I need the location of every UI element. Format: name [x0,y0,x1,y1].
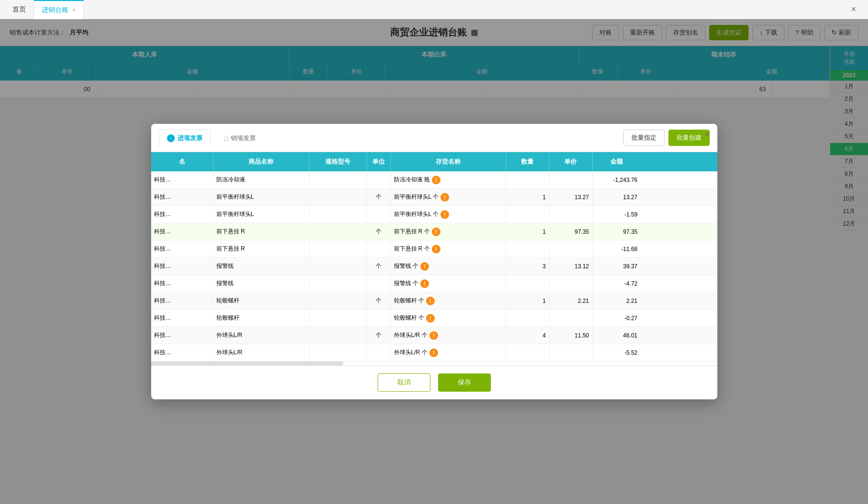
tab-purchase-invoice[interactable]: ↑ 进项发票 [159,130,211,146]
warning-icon: ! [432,245,440,253]
modal-overlay: ↑ 进项发票 □ 销项发票 批量指定 批量创建 × 名 [0,19,868,504]
table-cell: 1 [506,292,549,309]
table-cell: 13.27 [549,189,593,205]
table-cell: -1.59 [593,206,641,223]
table-cell: 前平衡杆球头L [214,189,309,205]
table-cell [367,206,391,223]
table-cell [309,275,367,292]
batch-assign-button[interactable]: 批量指定 [623,130,665,146]
table-row[interactable]: 科技…报警线个报警线 个!313.1239.37 [151,258,717,275]
col-header-stock: 存货名称 [391,152,506,171]
save-button[interactable]: 保存 [438,373,491,392]
table-cell [309,223,367,240]
table-cell: 个 [367,223,391,240]
table-cell [506,310,549,326]
purchase-tab-icon: ↑ [167,134,175,142]
table-cell [367,310,391,326]
main-area: 销售成本计算方法： 月平均 商贸企业进销台账 ▦ 对账 重新开账 存货别名 生成… [0,19,868,504]
table-cell: 科技… [151,344,214,361]
table-cell: 报警线 [214,275,309,292]
tab-journal[interactable]: 进销台账 × [34,0,84,19]
table-cell: 4 [506,327,549,344]
table-cell: 报警线 [214,258,309,275]
col-header-price: 单价 [549,152,593,171]
table-cell: 个 [367,327,391,344]
table-cell: 外球头L/R 个! [391,327,506,344]
table-cell: 13.27 [593,189,641,205]
table-row[interactable]: 科技…轮毂螺杆个轮毂螺杆 个!12.212.21 [151,292,717,310]
table-cell [309,206,367,223]
table-row[interactable]: 科技…外球头L/R个外球头L/R 个!411.5046.01 [151,327,717,344]
table-cell [367,344,391,361]
table-cell: 11.50 [549,327,593,344]
table-cell [367,240,391,257]
table-cell: 2.21 [593,292,641,309]
modal-header: ↑ 进项发票 □ 销项发票 批量指定 批量创建 × [151,124,717,152]
col-header-goods: 商品名称 [214,152,309,171]
modal-footer: 取消 保存 [151,365,717,399]
table-cell: 39.37 [593,258,641,275]
table-cell: 外球头L/R [214,327,309,344]
table-cell [309,240,367,257]
table-cell: 2.21 [549,292,593,309]
table-cell: 前下悬挂 R 个! [391,240,506,257]
table-cell: 轮毂螺杆 [214,292,309,309]
table-row[interactable]: 科技…外球头L/R外球头L/R 个!-5.52 [151,344,717,361]
col-header-name: 名 [151,152,214,171]
close-all-button[interactable]: × [844,0,863,19]
tab-home[interactable]: 首页 [5,0,34,19]
table-cell [309,171,367,188]
tab-sales-invoice[interactable]: □ 销项发票 [216,130,264,146]
batch-create-button[interactable]: 批量创建 [668,130,710,146]
table-cell: 前平衡杆球头L 个! [391,189,506,205]
table-row[interactable]: 科技…前平衡杆球头L前平衡杆球头L 个!-1.59 [151,206,717,223]
table-cell: -1,243.76 [593,171,641,188]
table-cell: 13.12 [549,258,593,275]
table-row[interactable]: 科技…前下悬挂 R前下悬挂 R 个!-11.68 [151,240,717,258]
table-cell: 外球头L/R [214,344,309,361]
table-cell: 科技… [151,223,214,240]
warning-icon: ! [429,348,438,357]
table-row[interactable]: 科技…报警线报警线 个!-4.72 [151,275,717,292]
table-cell [309,344,367,361]
table-cell [309,327,367,344]
table-cell: 科技… [151,275,214,292]
table-cell: 轮毂螺杆 个! [391,310,506,326]
scroll-indicator [151,361,717,365]
table-cell: 前平衡杆球头L [214,206,309,223]
modal-table-header: 名 商品名称 规格型号 单位 存货名称 数量 [151,152,717,171]
table-cell: 外球头L/R 个! [391,344,506,361]
top-navigation: 首页 进销台账 × × [0,0,868,19]
modal-table: 名 商品名称 规格型号 单位 存货名称 数量 [151,152,717,361]
col-header-qty: 数量 [506,152,549,171]
table-cell: 97.35 [593,223,641,240]
modal-dialog: ↑ 进项发票 □ 销项发票 批量指定 批量创建 × 名 [151,124,717,399]
table-row[interactable]: 科技…防冻冷却液防冻冷却液 瓶!-1,243.76 [151,171,717,189]
table-cell [309,310,367,326]
table-cell [506,171,549,188]
warning-icon: ! [432,228,440,236]
table-cell [309,258,367,275]
table-cell: 1 [506,189,549,205]
table-row[interactable]: 科技…前下悬挂 R个前下悬挂 R 个!197.3597.35 [151,223,717,240]
close-tab-icon[interactable]: × [72,7,76,13]
table-cell: 轮毂螺杆 [214,310,309,326]
table-row[interactable]: 科技…轮毂螺杆轮毂螺杆 个!-0.27 [151,310,717,327]
table-cell: 科技… [151,292,214,309]
table-cell [367,275,391,292]
table-cell: -5.52 [593,344,641,361]
table-cell: 科技… [151,171,214,188]
table-cell [506,344,549,361]
warning-icon: ! [426,297,435,305]
table-cell: 前下悬挂 R 个! [391,223,506,240]
table-cell: 科技… [151,310,214,326]
table-cell [309,292,367,309]
table-cell [506,206,549,223]
cancel-button[interactable]: 取消 [378,373,430,392]
modal-close-button[interactable]: × [704,130,710,140]
table-cell: 科技… [151,258,214,275]
warning-icon: ! [429,331,438,340]
table-cell [549,240,593,257]
table-cell: 防冻冷却液 瓶! [391,171,506,188]
table-row[interactable]: 科技…前平衡杆球头L个前平衡杆球头L 个!113.2713.27 [151,189,717,206]
